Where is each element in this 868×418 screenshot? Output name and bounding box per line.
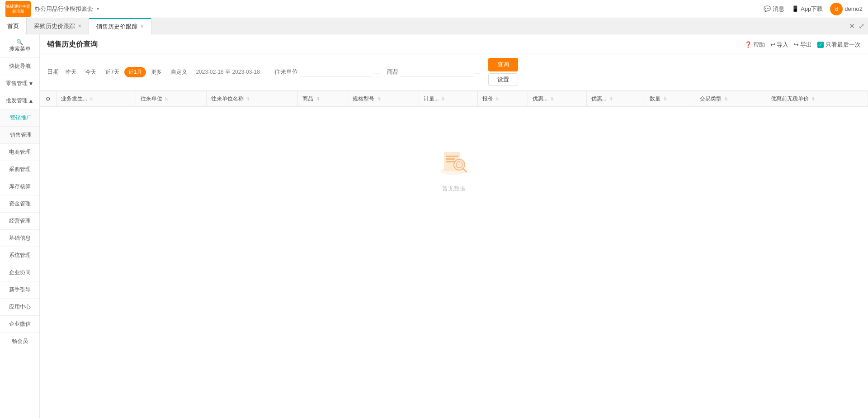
message-icon: 💬 [764, 5, 771, 12]
th-business-date[interactable]: 业务发生... ⇅ [57, 91, 136, 107]
query-buttons: 查询 设置 [488, 58, 518, 86]
close-window-icon[interactable]: ✕ [849, 22, 855, 30]
help-icon: ❓ [745, 41, 752, 48]
date-options: 昨天 今天 近7天 近1月 更多 自定义 [61, 67, 191, 77]
sidebar-item-sales[interactable]: 销售管理 [0, 127, 39, 144]
sidebar-item-wholesale[interactable]: 批发管理 ▲ [0, 92, 39, 109]
date-range-display: 2023-02-18 至 2023-03-18 [196, 68, 259, 76]
sidebar-item-ecommerce[interactable]: 电商管理 [0, 144, 39, 161]
th-product[interactable]: 商品 ⇅ [298, 91, 348, 107]
table-container: ⚙ 业务发生... ⇅ 往来单位 ⇅ 往来单位名称 ⇅ [40, 91, 868, 418]
sidebar-item-member[interactable]: 畅会员 [0, 333, 39, 350]
th-unit-code[interactable]: 往来单位 ⇅ [136, 91, 207, 107]
maximize-icon[interactable]: ⤢ [859, 22, 864, 30]
tab-purchase-history[interactable]: 采购历史价跟踪 ✕ [27, 18, 89, 34]
product-filter-label: 商品 [387, 68, 399, 76]
search-filters: 往来单位 ... 商品 ... 查询 设置 [274, 58, 518, 86]
sidebar-item-search[interactable]: 🔍 搜索菜单 [0, 34, 39, 58]
only-last-checkbox[interactable]: ✓ 只看最后一次 [817, 41, 861, 49]
app-title: 办公用品行业模拟账套 [34, 5, 93, 13]
sidebar-item-system[interactable]: 系统管理 [0, 247, 39, 264]
settings-button[interactable]: 设置 [488, 73, 518, 86]
import-button[interactable]: ↩ 导入 [770, 41, 788, 49]
product-filter: 商品 ... [387, 67, 481, 76]
tab-sales-close[interactable]: ✕ [140, 24, 144, 29]
date-yesterday[interactable]: 昨天 [61, 67, 80, 77]
unit-dots[interactable]: ... [374, 68, 380, 76]
date-today[interactable]: 今天 [81, 67, 100, 77]
sidebar-item-finance[interactable]: 资金管理 [0, 195, 39, 213]
app-download-button[interactable]: 📱 App下载 [792, 5, 823, 13]
app-title-chevron[interactable]: ▾ [97, 6, 99, 11]
th-discount1[interactable]: 优惠... ⇅ [528, 91, 586, 107]
message-button[interactable]: 💬 消息 [764, 5, 784, 13]
sidebar-item-enterprise[interactable]: 企业协同 [0, 264, 39, 281]
th-unit-code-label: 往来单位 [141, 95, 162, 102]
product-dots[interactable]: ... [475, 68, 481, 76]
th-unit-name-label: 往来单位名称 [211, 95, 244, 102]
empty-state: 暂无数据 [40, 107, 868, 229]
sidebar-item-basic-info[interactable]: 基础信息 [0, 230, 39, 247]
sidebar-item-operations[interactable]: 经营管理 [0, 213, 39, 230]
export-icon: ↪ [794, 41, 799, 48]
date-filter-label: 日期 [47, 68, 59, 76]
user-name: demo2 [844, 5, 863, 12]
sidebar-purchase-label: 采购管理 [2, 166, 38, 173]
unit-input[interactable] [300, 67, 372, 76]
sidebar-wechat-label: 企业微信 [2, 320, 38, 328]
sidebar-item-marketing[interactable]: 营销推广 [0, 109, 39, 127]
main-layout: 🔍 搜索菜单 快捷导航 零售管理 ▼ 批发管理 ▲ 营销推广 销售管理 电商管理… [0, 34, 868, 418]
th-unit-name[interactable]: 往来单位名称 ⇅ [207, 91, 298, 107]
sidebar-item-inventory[interactable]: 库存核算 [0, 178, 39, 195]
date-7days[interactable]: 近7天 [101, 67, 123, 77]
empty-icon [436, 143, 472, 179]
sort-discount1-icon: ⇅ [550, 96, 554, 101]
query-button[interactable]: 查询 [488, 58, 518, 71]
topbar-right: 💬 消息 📱 App下载 d demo2 [764, 3, 863, 15]
sidebar-item-quick-nav[interactable]: 快捷导航 [0, 58, 39, 75]
th-unit-label: 计量... [424, 95, 439, 102]
help-button[interactable]: ❓ 帮助 [745, 41, 765, 49]
th-spec[interactable]: 规格型号 ⇅ [348, 91, 419, 107]
th-quote[interactable]: 报价 ⇅ [477, 91, 528, 107]
unit-filter: 往来单位 ... [274, 67, 380, 76]
user-menu[interactable]: d demo2 [830, 3, 863, 15]
sidebar-inventory-label: 库存核算 [2, 183, 38, 190]
sidebar-app-center-label: 应用中心 [2, 303, 38, 311]
th-pretax-price[interactable]: 优惠前无税单价 ⇅ [766, 91, 868, 107]
sidebar-item-app-center[interactable]: 应用中心 [0, 299, 39, 316]
empty-text: 暂无数据 [442, 185, 466, 193]
date-more[interactable]: 更多 [147, 67, 166, 77]
export-label: 导出 [800, 41, 812, 49]
tab-home-label: 首页 [7, 22, 19, 30]
sidebar-item-purchase[interactable]: 采购管理 [0, 161, 39, 178]
sort-spec-icon: ⇅ [377, 96, 381, 101]
sidebar-item-retail[interactable]: 零售管理 ▼ [0, 75, 39, 92]
sidebar-quick-nav-label: 快捷导航 [2, 62, 38, 70]
tab-sales-history[interactable]: 销售历史价跟踪 ✕ [89, 18, 151, 34]
export-button[interactable]: ↪ 导出 [794, 41, 812, 49]
page-actions: ❓ 帮助 ↩ 导入 ↪ 导出 ✓ 只看最后一次 [745, 41, 861, 49]
th-business-date-label: 业务发生... [61, 95, 87, 102]
date-custom[interactable]: 自定义 [167, 67, 191, 77]
th-gear[interactable]: ⚙ [40, 91, 57, 107]
page-title: 销售历史价查询 [47, 40, 98, 49]
th-unit[interactable]: 计量... ⇅ [419, 91, 477, 107]
sidebar-item-wechat[interactable]: 企业微信 [0, 316, 39, 333]
sidebar-item-guide[interactable]: 新手引导 [0, 281, 39, 299]
sidebar-retail-label: 零售管理 [6, 80, 28, 87]
sidebar-operations-label: 经营管理 [2, 217, 38, 225]
table-header-row: ⚙ 业务发生... ⇅ 往来单位 ⇅ 往来单位名称 ⇅ [40, 91, 868, 107]
tab-home[interactable]: 首页 [0, 18, 27, 34]
th-trade-type[interactable]: 交易类型 ⇅ [695, 91, 766, 107]
product-input[interactable] [401, 67, 473, 76]
wholesale-chevron-icon: ▲ [28, 98, 34, 104]
sidebar: 🔍 搜索菜单 快捷导航 零售管理 ▼ 批发管理 ▲ 营销推广 销售管理 电商管理… [0, 34, 40, 418]
date-1month[interactable]: 近1月 [124, 67, 146, 77]
tab-purchase-close[interactable]: ✕ [78, 24, 81, 28]
help-label: 帮助 [753, 41, 765, 49]
sort-discount2-icon: ⇅ [609, 96, 613, 101]
th-quantity[interactable]: 数量 ⇅ [645, 91, 695, 107]
retail-chevron-icon: ▼ [28, 81, 34, 87]
th-discount2[interactable]: 优惠... ⇅ [586, 91, 645, 107]
